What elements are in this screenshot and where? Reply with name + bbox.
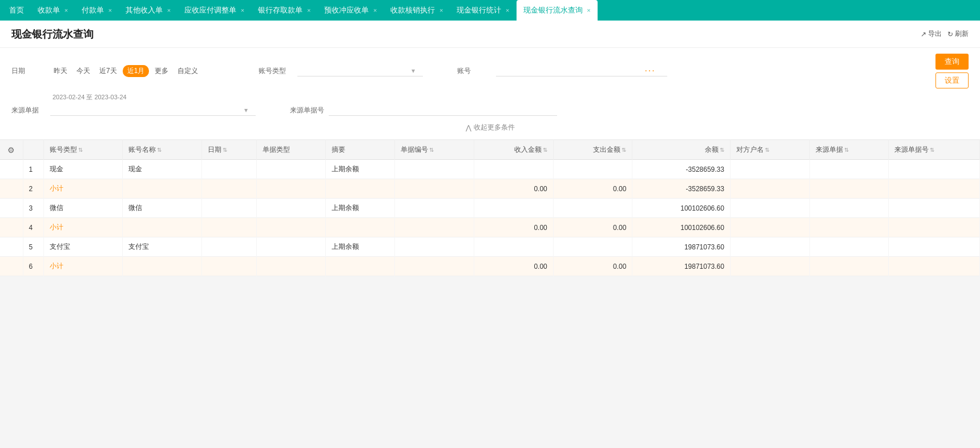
- close-icon[interactable]: ×: [64, 7, 68, 14]
- col-income[interactable]: 收入金额⇅: [474, 140, 554, 160]
- row-checkbox: [0, 199, 23, 218]
- table-row: 4小计0.000.00100102606.60: [0, 218, 980, 237]
- setting-button[interactable]: 设置: [935, 72, 969, 88]
- row-account-type: 微信: [43, 199, 123, 218]
- date-btn-more[interactable]: 更多: [151, 65, 172, 77]
- close-icon[interactable]: ×: [506, 7, 509, 14]
- row-income: [474, 237, 554, 257]
- row-index: 3: [23, 199, 43, 218]
- col-date[interactable]: 日期⇅: [201, 140, 257, 160]
- nav-other-income[interactable]: 其他收入单 ×: [119, 0, 178, 21]
- nav-verify[interactable]: 收款核销执行 ×: [384, 0, 450, 21]
- nav-home[interactable]: 首页: [2, 0, 31, 21]
- row-doc-type: [257, 257, 326, 276]
- col-source-doc-no[interactable]: 来源单据号⇅: [889, 140, 980, 160]
- row-counterparty: [730, 160, 809, 179]
- source-doc-input[interactable]: [50, 105, 244, 115]
- table-row: 1现金现金上期余额-3528659.33: [0, 160, 980, 179]
- filter-row-1: 日期 昨天 今天 近7天 近1月 更多 自定义 账号类型 ▾ 账号 ··· 查询…: [11, 54, 969, 88]
- row-summary: 上期余额: [326, 199, 395, 218]
- account-type-dropdown-icon[interactable]: ▾: [412, 67, 415, 75]
- date-btn-1month[interactable]: 近1月: [123, 65, 150, 77]
- nav-receipt[interactable]: 收款单 ×: [31, 0, 75, 21]
- close-icon[interactable]: ×: [587, 7, 590, 14]
- date-btn-7days[interactable]: 近7天: [96, 65, 120, 77]
- collapse-label: 收起更多条件: [474, 123, 515, 132]
- row-source-doc: [809, 237, 889, 257]
- row-checkbox: [0, 160, 23, 179]
- close-icon[interactable]: ×: [373, 7, 377, 14]
- row-index: 2: [23, 179, 43, 199]
- account-ellipsis-button[interactable]: ···: [644, 66, 655, 76]
- collapse-bar[interactable]: ⋀ 收起更多条件: [11, 120, 969, 135]
- close-icon[interactable]: ×: [307, 7, 310, 14]
- nav-arpad[interactable]: 应收应付调整单 ×: [178, 0, 251, 21]
- close-icon[interactable]: ×: [108, 7, 112, 14]
- date-btn-yesterday[interactable]: 昨天: [50, 65, 71, 77]
- row-date: [201, 160, 257, 179]
- col-balance[interactable]: 余额⇅: [632, 140, 731, 160]
- row-income: [474, 199, 554, 218]
- row-source-doc: [809, 179, 889, 199]
- row-expense: 0.00: [553, 218, 632, 237]
- row-doc-no: [395, 160, 474, 179]
- col-gear[interactable]: ⚙: [0, 140, 23, 160]
- row-doc-no: [395, 179, 474, 199]
- row-income: 0.00: [474, 218, 554, 237]
- nav-payment[interactable]: 付款单 ×: [75, 0, 119, 21]
- row-index: 6: [23, 257, 43, 276]
- row-index: 4: [23, 218, 43, 237]
- header-actions: ↗ 导出 ↻ 刷新: [921, 29, 969, 39]
- row-doc-type: [257, 179, 326, 199]
- refresh-icon: ↻: [947, 30, 953, 38]
- nav-cash-stat[interactable]: 现金银行统计 ×: [450, 0, 516, 21]
- row-account-type: 小计: [43, 179, 123, 199]
- nav-cash-flow[interactable]: 现金银行流水查询 ×: [517, 0, 598, 21]
- filter-row-2: 来源单据 ▾ 来源单据号: [11, 105, 969, 116]
- row-account-name: [123, 179, 202, 199]
- table-row: 3微信微信上期余额100102606.60: [0, 199, 980, 218]
- col-account-type[interactable]: 账号类型⇅: [43, 140, 123, 160]
- col-doc-type: 单据类型: [257, 140, 326, 160]
- close-icon[interactable]: ×: [241, 7, 244, 14]
- row-checkbox: [0, 218, 23, 237]
- col-doc-no[interactable]: 单据编号⇅: [395, 140, 474, 160]
- row-index: 5: [23, 237, 43, 257]
- row-checkbox: [0, 257, 23, 276]
- row-balance: 19871073.60: [632, 237, 731, 257]
- col-source-doc[interactable]: 来源单据⇅: [809, 140, 889, 160]
- row-summary: [326, 218, 395, 237]
- refresh-button[interactable]: ↻ 刷新: [947, 29, 969, 39]
- table-body: 1现金现金上期余额-3528659.332小计0.000.00-3528659.…: [0, 160, 980, 276]
- nav-prepay[interactable]: 预收冲应收单 ×: [317, 0, 384, 21]
- filter-area: 日期 昨天 今天 近7天 近1月 更多 自定义 账号类型 ▾ 账号 ··· 查询…: [0, 48, 980, 140]
- col-expense[interactable]: 支出金额⇅: [553, 140, 632, 160]
- account-input[interactable]: [496, 66, 644, 76]
- col-counterparty[interactable]: 对方户名⇅: [730, 140, 809, 160]
- date-btn-custom[interactable]: 自定义: [174, 65, 201, 77]
- query-button[interactable]: 查询: [935, 54, 969, 70]
- row-balance: 19871073.60: [632, 257, 731, 276]
- source-doc-no-input[interactable]: [329, 105, 546, 115]
- close-icon[interactable]: ×: [439, 7, 443, 14]
- date-btn-today[interactable]: 今天: [73, 65, 94, 77]
- row-account-name: [123, 257, 202, 276]
- col-account-name[interactable]: 账号名称⇅: [123, 140, 202, 160]
- row-source-doc: [809, 218, 889, 237]
- row-doc-type: [257, 218, 326, 237]
- row-source-doc-no: [889, 199, 980, 218]
- nav-bank-deposit[interactable]: 银行存取款单 ×: [251, 0, 317, 21]
- close-icon[interactable]: ×: [167, 7, 171, 14]
- row-doc-no: [395, 257, 474, 276]
- row-date: [201, 237, 257, 257]
- source-doc-dropdown-icon[interactable]: ▾: [244, 106, 248, 114]
- page-header: 现金银行流水查询 ↗ 导出 ↻ 刷新: [0, 21, 980, 48]
- row-date: [201, 179, 257, 199]
- account-type-input[interactable]: [297, 66, 412, 76]
- action-buttons: 查询 设置: [924, 54, 969, 88]
- account-type-label: 账号类型: [259, 66, 293, 76]
- row-date: [201, 199, 257, 218]
- collapse-icon: ⋀: [466, 124, 471, 132]
- row-counterparty: [730, 179, 809, 199]
- export-button[interactable]: ↗ 导出: [921, 29, 942, 39]
